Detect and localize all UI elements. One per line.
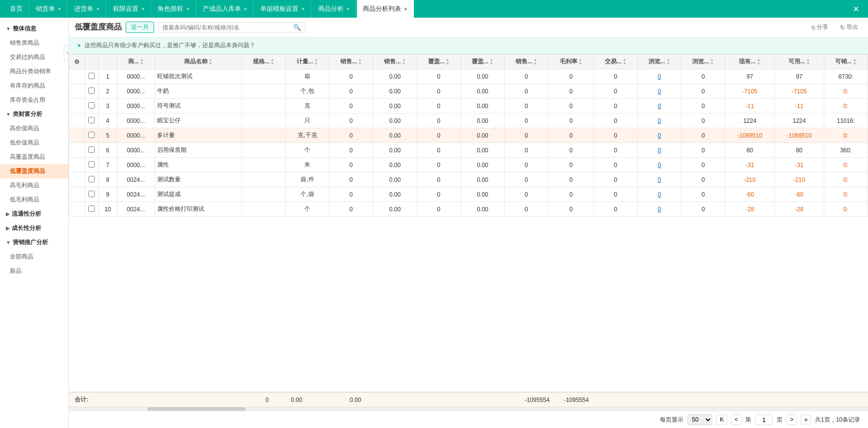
cell-checkbox[interactable] bbox=[85, 158, 99, 172]
page-size-select[interactable]: 50 20 100 bbox=[687, 414, 712, 425]
row-checkbox[interactable] bbox=[88, 87, 95, 94]
nav-home[interactable]: 首页 bbox=[4, 0, 29, 18]
window-close-button[interactable]: ✕ bbox=[848, 4, 864, 14]
close-icon[interactable]: × bbox=[301, 6, 304, 12]
col-trade[interactable]: 交易...▲▼ bbox=[594, 55, 637, 69]
close-icon[interactable]: × bbox=[244, 6, 247, 12]
export-button[interactable]: ↻ 导出 bbox=[836, 22, 862, 32]
page-number-input[interactable] bbox=[755, 415, 773, 425]
share-button[interactable]: ⎗ 分享 bbox=[808, 22, 832, 32]
sidebar-item-in-stock[interactable]: 有库存的商品 bbox=[0, 79, 68, 93]
nav-purchase-order[interactable]: 进货单 × bbox=[68, 0, 106, 18]
col-sales2[interactable]: 销售...▲▼ bbox=[504, 55, 548, 69]
nav-sales-order[interactable]: 销货单 × bbox=[30, 0, 67, 18]
col-gross-rate[interactable]: 毛利率▲▼ bbox=[548, 55, 594, 69]
row-checkbox[interactable] bbox=[88, 205, 95, 212]
next-page-button[interactable]: > bbox=[787, 415, 797, 425]
cell-settings[interactable] bbox=[69, 84, 85, 99]
sidebar-item-new-goods[interactable]: 新品 bbox=[0, 264, 68, 278]
sidebar-section-growth[interactable]: ▶ 成长性分析 bbox=[0, 221, 68, 235]
nav-role-auth[interactable]: 角色授权 × bbox=[152, 0, 195, 18]
cell-browse1[interactable]: 0 bbox=[637, 158, 681, 172]
sidebar-item-category-rate[interactable]: 商品分类动销率 bbox=[0, 64, 68, 79]
col-spec[interactable]: 规格...▲▼ bbox=[242, 55, 285, 69]
col-name[interactable]: 商品名称▲▼ bbox=[155, 55, 242, 69]
cell-checkbox[interactable] bbox=[85, 202, 99, 217]
sidebar-section-liquidity[interactable]: ▶ 流通性分析 bbox=[0, 207, 68, 221]
sidebar-section-wealth[interactable]: ▼ 类财富分析 bbox=[0, 107, 68, 121]
cell-checkbox[interactable] bbox=[85, 99, 99, 114]
row-checkbox[interactable] bbox=[88, 146, 95, 153]
cell-checkbox[interactable] bbox=[85, 172, 99, 187]
nav-permission[interactable]: 权限设置 × bbox=[107, 0, 151, 18]
row-checkbox[interactable] bbox=[88, 132, 95, 138]
cell-settings[interactable] bbox=[69, 202, 85, 217]
col-saleable[interactable]: 可销...▲▼ bbox=[824, 55, 868, 69]
cell-checkbox[interactable] bbox=[85, 143, 99, 158]
sidebar-section-marketing[interactable]: ▼ 营销推广分析 bbox=[0, 235, 68, 250]
close-icon[interactable]: × bbox=[404, 6, 407, 12]
col-sales-qty[interactable]: 销售...▲▼ bbox=[329, 55, 373, 69]
close-icon[interactable]: × bbox=[186, 6, 189, 12]
col-usable[interactable]: 可用...▲▼ bbox=[775, 55, 824, 69]
cell-browse1[interactable]: 0 bbox=[637, 187, 681, 202]
last-page-button[interactable]: » bbox=[801, 415, 811, 425]
sidebar-item-inventory-capital[interactable]: 库存资金占用 bbox=[0, 93, 68, 107]
prev-page-button[interactable]: < bbox=[731, 415, 741, 425]
nav-product-analysis-list[interactable]: 商品分析列表 × bbox=[357, 0, 413, 18]
row-checkbox[interactable] bbox=[88, 73, 95, 79]
row-checkbox[interactable] bbox=[88, 176, 95, 182]
nav-template-settings[interactable]: 单据模板设置 × bbox=[254, 0, 311, 18]
cell-settings[interactable] bbox=[69, 69, 85, 84]
col-browse1[interactable]: 浏览...▲▼ bbox=[637, 55, 681, 69]
cell-browse1[interactable]: 0 bbox=[637, 128, 681, 143]
cell-checkbox[interactable] bbox=[85, 69, 99, 84]
nav-product-storage[interactable]: 产成品入库单 × bbox=[197, 0, 253, 18]
sidebar-section-overall[interactable]: ▼ 整体信息 bbox=[0, 22, 68, 36]
sidebar-item-high-margin[interactable]: 高毛利商品 bbox=[0, 178, 68, 193]
col-browse2[interactable]: 浏览...▲▼ bbox=[681, 55, 725, 69]
sidebar-item-low-coverage[interactable]: 低覆盖度商品 bbox=[0, 164, 68, 178]
first-page-button[interactable]: K bbox=[716, 415, 727, 425]
cell-checkbox[interactable] bbox=[85, 128, 99, 143]
cell-checkbox[interactable] bbox=[85, 84, 99, 99]
filter-recent-month-button[interactable]: 近一月 bbox=[126, 22, 154, 33]
cell-browse1[interactable]: 0 bbox=[637, 114, 681, 128]
row-checkbox[interactable] bbox=[88, 117, 95, 123]
cell-browse1[interactable]: 0 bbox=[637, 84, 681, 99]
col-cover2[interactable]: 覆盖...▲▼ bbox=[461, 55, 504, 69]
sidebar-item-all-goods[interactable]: 全部商品 bbox=[0, 250, 68, 264]
row-checkbox[interactable] bbox=[88, 161, 95, 168]
col-settings[interactable]: ⚙ bbox=[69, 55, 85, 69]
cell-browse1[interactable]: 0 bbox=[637, 99, 681, 114]
cell-browse1[interactable]: 0 bbox=[637, 143, 681, 158]
col-cover1[interactable]: 覆盖...▲▼ bbox=[417, 55, 461, 69]
cell-settings[interactable] bbox=[69, 172, 85, 187]
search-input[interactable] bbox=[163, 24, 293, 31]
sidebar-collapse-button[interactable]: « bbox=[64, 45, 69, 60]
col-sales-amt[interactable]: 销售...▲▼ bbox=[373, 55, 417, 69]
close-icon[interactable]: × bbox=[347, 6, 350, 12]
col-current[interactable]: 现有...▲▼ bbox=[725, 55, 775, 69]
row-checkbox[interactable] bbox=[88, 102, 95, 109]
cell-browse1[interactable]: 0 bbox=[637, 202, 681, 217]
col-unit[interactable]: 计量...▲▼ bbox=[285, 55, 329, 69]
cell-settings[interactable] bbox=[69, 143, 85, 158]
row-checkbox[interactable] bbox=[88, 191, 95, 197]
nav-product-analysis[interactable]: 商品分析 × bbox=[312, 0, 356, 18]
cell-settings[interactable] bbox=[69, 187, 85, 202]
close-icon[interactable]: × bbox=[141, 6, 144, 12]
sidebar-item-sales-goods[interactable]: 销售类商品 bbox=[0, 36, 68, 50]
sidebar-item-low-margin[interactable]: 低毛利商品 bbox=[0, 193, 68, 207]
cell-checkbox[interactable] bbox=[85, 187, 99, 202]
cell-settings[interactable] bbox=[69, 114, 85, 128]
cell-settings[interactable] bbox=[69, 158, 85, 172]
close-icon[interactable]: × bbox=[96, 6, 99, 12]
sidebar-item-high-value[interactable]: 高价值商品 bbox=[0, 121, 68, 136]
sidebar-item-traded-goods[interactable]: 交易过的商品 bbox=[0, 50, 68, 64]
sidebar-item-high-coverage[interactable]: 高覆盖度商品 bbox=[0, 150, 68, 164]
cell-settings[interactable] bbox=[69, 128, 85, 143]
cell-checkbox[interactable] bbox=[85, 114, 99, 128]
sidebar-item-low-value[interactable]: 低价值商品 bbox=[0, 136, 68, 150]
cell-browse1[interactable]: 0 bbox=[637, 69, 681, 84]
